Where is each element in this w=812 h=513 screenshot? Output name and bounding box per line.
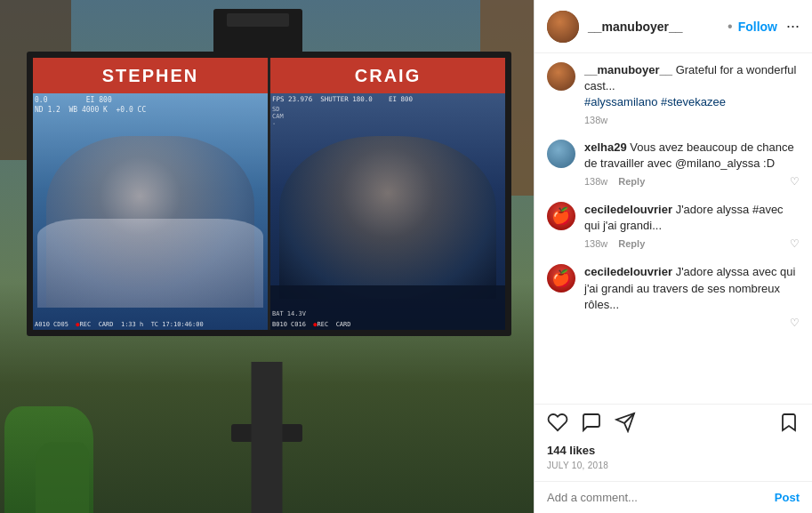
- plant-left-2: [36, 442, 89, 513]
- actions-bar: 144 likes JULY 10, 2018: [535, 404, 812, 481]
- name-craig: CRAIG: [355, 66, 421, 86]
- hud-right-bottom: B010 C016 ●REC CARD: [272, 321, 351, 328]
- person-right: [279, 136, 496, 299]
- comment-time-xelha29: 138w: [584, 176, 607, 187]
- bookmark-button[interactable]: [778, 412, 800, 438]
- comment-body-cecile-2: ceciledelouvrier J'adore alyssa avec qui…: [584, 264, 800, 329]
- add-comment-input[interactable]: [547, 491, 775, 504]
- comment-meta-cecile-1: 138w Reply ♡: [584, 237, 800, 250]
- post-comment-button[interactable]: Post: [775, 491, 800, 504]
- comment-cecile-2: 🍎 ceciledelouvrier J'adore alyssa avec q…: [547, 264, 800, 329]
- name-bar: STEPHEN CRAIG: [33, 58, 505, 93]
- hud-right-top: FPS 23.976 SHUTTER 180.0 EI 800: [272, 95, 503, 105]
- post-date: JULY 10, 2018: [547, 461, 800, 470]
- heart-button-cecile-1[interactable]: ♡: [790, 237, 800, 250]
- like-button[interactable]: [547, 412, 568, 438]
- comment-avatar-cecile2[interactable]: 🍎: [547, 264, 575, 293]
- more-options-button[interactable]: ···: [786, 17, 800, 36]
- action-icons-row: [547, 412, 800, 438]
- main-comment-text: __manuboyer__ Grateful for a wonderful c…: [584, 62, 800, 111]
- heart-button-xelha29[interactable]: ♡: [790, 175, 800, 188]
- comment-avatar-xelha29[interactable]: [547, 140, 575, 168]
- comment-body-cecile-1: ceciledelouvrier J'adore alyssa #avec qu…: [584, 202, 800, 250]
- comment-text-xelha29: xelha29 Vous avez beaucoup de chance de …: [584, 140, 800, 172]
- hud-left-bottom: A010 CD05 ●REC CARD 1:33 h TC 17:10:46:0…: [35, 321, 204, 328]
- comment-button[interactable]: [581, 412, 602, 438]
- username-xelha29: xelha29: [584, 140, 627, 154]
- header-avatar[interactable]: [547, 11, 579, 43]
- main-comment-username: __manuboyer__: [584, 63, 672, 76]
- hud-bat: BAT 14.3V: [272, 310, 306, 317]
- username-cecile-1: ceciledelouvrier: [584, 203, 672, 216]
- main-comment-avatar[interactable]: [547, 62, 575, 91]
- likes-count: 144 likes: [547, 444, 800, 457]
- main-comment-body: __manuboyer__ Grateful for a wonderful c…: [584, 62, 800, 125]
- tripod-pole: [252, 362, 283, 513]
- username-cecile-2: ceciledelouvrier: [584, 265, 672, 278]
- comment-avatar-cecile1[interactable]: 🍎: [547, 202, 575, 230]
- main-comment-time: 138w: [584, 115, 607, 125]
- heart-icon: [547, 412, 568, 433]
- header-separator: •: [728, 19, 733, 35]
- comment-meta-cecile-2: ♡: [584, 317, 800, 329]
- equipment-label: [227, 13, 289, 27]
- hud-right-center: SDCAM-: [272, 106, 284, 127]
- main-comment: __manuboyer__ Grateful for a wonderful c…: [547, 62, 800, 125]
- reply-button-xelha29[interactable]: Reply: [618, 176, 645, 187]
- name-left-section: STEPHEN: [33, 58, 270, 93]
- comment-text-cecile-2: ceciledelouvrier J'adore alyssa avec qui…: [584, 264, 800, 313]
- name-stephen: STEPHEN: [102, 66, 198, 86]
- comment-cecile-1: 🍎 ceciledelouvrier J'adore alyssa #avec …: [547, 202, 800, 250]
- comment-body-xelha29: xelha29 Vous avez beaucoup de chance de …: [584, 140, 800, 188]
- monitor-frame: STEPHEN CRAIG 0.0 EI 800ND 1.2 WB 4000 K…: [27, 52, 511, 336]
- comment-meta-xelha29: 138w Reply ♡: [584, 175, 800, 188]
- comments-area: __manuboyer__ Grateful for a wonderful c…: [535, 53, 812, 404]
- add-comment-bar: Post: [535, 481, 812, 513]
- bookmark-icon: [778, 412, 800, 433]
- hud-left-top: 0.0 EI 800ND 1.2 WB 4000 K +0.0 CC: [35, 95, 146, 115]
- screen-left: 0.0 EI 800ND 1.2 WB 4000 K +0.0 CC A010 …: [33, 93, 270, 330]
- avatar-image-manu: [547, 11, 579, 43]
- follow-button[interactable]: Follow: [738, 20, 777, 34]
- comment-text-cecile-1: ceciledelouvrier J'adore alyssa #avec qu…: [584, 202, 800, 234]
- share-button[interactable]: [615, 412, 636, 438]
- share-icon: [615, 412, 636, 433]
- name-right-section: CRAIG: [270, 58, 505, 93]
- header-username: __manuboyer__: [588, 20, 722, 34]
- comment-time-cecile-1: 138w: [584, 238, 607, 249]
- main-comment-hashtags: #alyssamilano #stevekazee: [584, 95, 726, 108]
- comment-xelha29: xelha29 Vous avez beaucoup de chance de …: [547, 140, 800, 188]
- main-comment-meta: 138w: [584, 115, 800, 125]
- post-image: STEPHEN CRAIG 0.0 EI 800ND 1.2 WB 4000 K…: [0, 0, 534, 513]
- jacket-left: [37, 219, 263, 308]
- reply-button-cecile-1[interactable]: Reply: [618, 238, 645, 249]
- instagram-panel: __manuboyer__ • Follow ··· __manuboyer__…: [534, 0, 812, 513]
- heart-button-cecile-2[interactable]: ♡: [790, 317, 800, 329]
- comment-icon: [581, 412, 602, 433]
- screens-container: 0.0 EI 800ND 1.2 WB 4000 K +0.0 CC A010 …: [33, 93, 505, 330]
- post-header: __manuboyer__ • Follow ···: [535, 0, 812, 53]
- screen-right: FPS 23.976 SHUTTER 180.0 EI 800 SDCAM- B…: [270, 93, 505, 330]
